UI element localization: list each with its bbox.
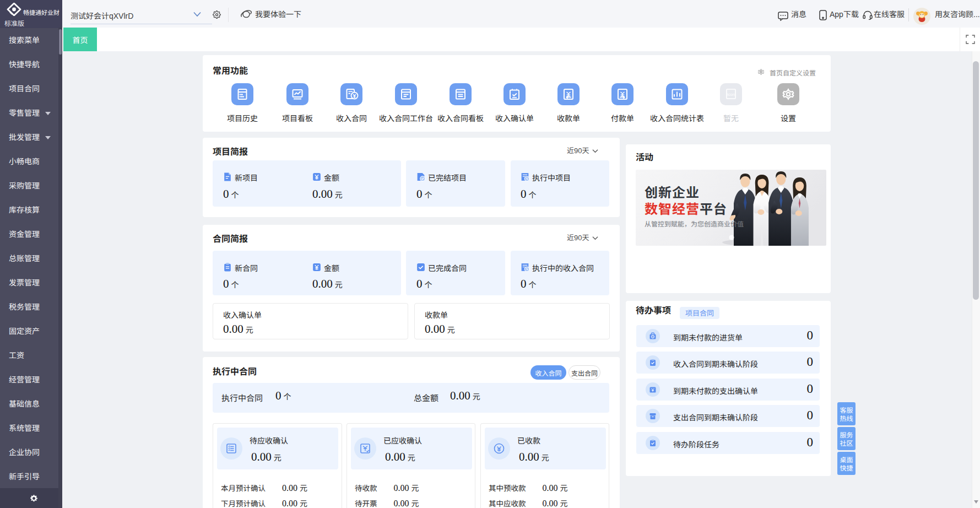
svg-text:icon: icon bbox=[727, 92, 735, 97]
